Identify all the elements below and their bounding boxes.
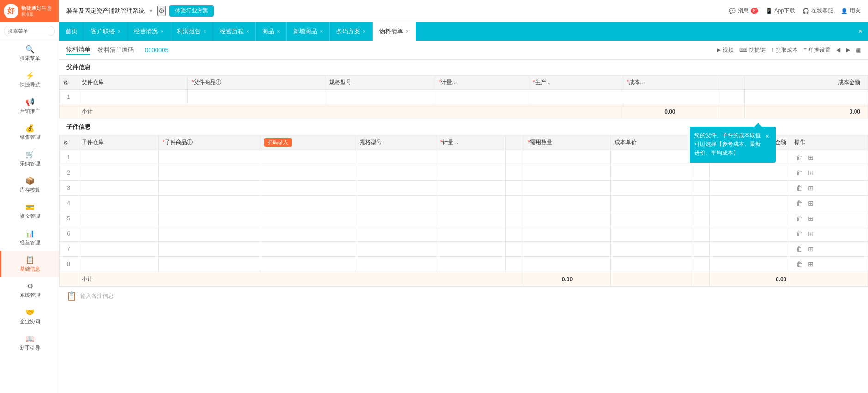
close-icon[interactable]: × bbox=[320, 29, 323, 34]
child-row-5-copy-btn[interactable]: ⊞ bbox=[806, 214, 815, 223]
child-row-8-copy-btn[interactable]: ⊞ bbox=[806, 260, 815, 269]
tab-home[interactable]: 首页 bbox=[59, 22, 84, 41]
child-row-6-unit-cost[interactable] bbox=[610, 226, 691, 242]
child-row-7-spec[interactable] bbox=[356, 242, 436, 257]
child-row-1-delete-btn[interactable]: 🗑 bbox=[794, 153, 804, 162]
child-row-2-delete-btn[interactable]: 🗑 bbox=[794, 168, 804, 177]
child-row-5-spec[interactable] bbox=[356, 211, 436, 226]
child-row-7-qty[interactable] bbox=[524, 242, 610, 257]
child-row-2-copy-btn[interactable]: ⊞ bbox=[806, 168, 815, 177]
child-row-6-goods[interactable] bbox=[158, 226, 260, 242]
search-input[interactable] bbox=[4, 26, 55, 36]
child-row-5-qty[interactable] bbox=[524, 211, 610, 226]
child-row-1-warehouse[interactable] bbox=[78, 150, 159, 165]
parent-row-1-warehouse[interactable] bbox=[78, 90, 188, 104]
sidebar-item-sales[interactable]: 💰销售管理 bbox=[0, 119, 59, 145]
nav-left-btn[interactable]: ◀ bbox=[836, 47, 840, 53]
tab-customer[interactable]: 客户联络× bbox=[84, 22, 127, 41]
sub-tab-code[interactable]: 物料清单编码 bbox=[98, 45, 134, 55]
tab-profit[interactable]: 利润报告× bbox=[170, 22, 213, 41]
child-row-8-warehouse[interactable] bbox=[78, 257, 159, 272]
sidebar-item-basic[interactable]: 📋基础信息 bbox=[0, 251, 59, 277]
close-icon[interactable]: × bbox=[247, 29, 249, 34]
child-row-6-spec[interactable] bbox=[356, 226, 436, 242]
close-all-tabs-btn[interactable]: × bbox=[853, 27, 868, 36]
sidebar-item-search[interactable]: 🔍搜索菜单 bbox=[0, 40, 59, 67]
child-row-4-spec[interactable] bbox=[356, 196, 436, 211]
child-row-4-qty[interactable] bbox=[524, 196, 610, 211]
child-row-2-unit[interactable] bbox=[436, 165, 506, 181]
sidebar-item-inventory[interactable]: 📦库存核算 bbox=[0, 172, 59, 198]
child-row-4-copy-btn[interactable]: ⊞ bbox=[806, 199, 815, 208]
parent-row-1-cost[interactable] bbox=[623, 90, 717, 104]
parent-row-1-production[interactable] bbox=[529, 90, 623, 104]
sidebar-item-cooperation[interactable]: 🤝企业协同 bbox=[0, 303, 59, 330]
child-row-4-unit-cost[interactable] bbox=[610, 196, 691, 211]
tab-history[interactable]: 经营历程× bbox=[213, 22, 256, 41]
search-area[interactable] bbox=[0, 22, 59, 40]
child-row-5-warehouse[interactable] bbox=[78, 211, 159, 226]
child-row-1-spec[interactable] bbox=[356, 150, 436, 165]
child-row-2-spec[interactable] bbox=[356, 165, 436, 181]
sidebar-item-purchase[interactable]: 🛒采购管理 bbox=[0, 145, 59, 172]
cost-btn[interactable]: ↑ 提取成本 bbox=[771, 46, 798, 54]
close-icon[interactable]: × bbox=[363, 29, 366, 34]
gear-button[interactable]: ⚙ bbox=[157, 6, 166, 16]
sidebar-item-quick[interactable]: ⚡快捷导航 bbox=[0, 67, 59, 93]
child-row-7-warehouse[interactable] bbox=[78, 242, 159, 257]
child-row-6-delete-btn[interactable]: 🗑 bbox=[794, 229, 804, 238]
child-row-7-copy-btn[interactable]: ⊞ bbox=[806, 244, 815, 254]
shortcut-btn[interactable]: ⌨ 快捷键 bbox=[739, 46, 766, 54]
child-row-3-unit[interactable] bbox=[436, 181, 506, 196]
child-row-3-warehouse[interactable] bbox=[78, 181, 159, 196]
parent-row-1-unit[interactable] bbox=[435, 90, 529, 104]
child-row-1-qty[interactable] bbox=[524, 150, 610, 165]
child-row-5-goods[interactable] bbox=[158, 211, 260, 226]
sidebar-item-marketing[interactable]: 📢营销推广 bbox=[0, 93, 59, 119]
trial-button[interactable]: 体验行业方案 bbox=[169, 5, 214, 17]
child-row-2-goods[interactable] bbox=[158, 165, 260, 181]
app-download-btn[interactable]: 📱 App下载 bbox=[766, 7, 795, 15]
child-row-3-qty[interactable] bbox=[524, 181, 610, 196]
child-row-7-unit-cost[interactable] bbox=[610, 242, 691, 257]
child-row-6-copy-btn[interactable]: ⊞ bbox=[806, 229, 815, 238]
child-row-8-unit[interactable] bbox=[436, 257, 506, 272]
online-service-btn[interactable]: 🎧 在线客服 bbox=[802, 7, 833, 15]
parent-row-1-goods[interactable] bbox=[187, 90, 325, 104]
tab-bom[interactable]: 物料清单× bbox=[373, 22, 416, 41]
child-row-3-goods[interactable] bbox=[158, 181, 260, 196]
child-row-5-unit[interactable] bbox=[436, 211, 506, 226]
child-row-2-qty[interactable] bbox=[524, 165, 610, 181]
child-row-7-goods[interactable] bbox=[158, 242, 260, 257]
tab-barcode[interactable]: 条码方案× bbox=[330, 22, 373, 41]
sidebar-item-system[interactable]: ⚙系统管理 bbox=[0, 277, 59, 303]
sub-tab-bom[interactable]: 物料清单 bbox=[66, 44, 90, 55]
parent-col-settings[interactable]: ⚙ bbox=[60, 76, 78, 90]
child-col-scan[interactable]: 扫码录入 bbox=[260, 135, 356, 150]
sidebar-item-operation[interactable]: 📊经营管理 bbox=[0, 224, 59, 251]
child-row-4-unit[interactable] bbox=[436, 196, 506, 211]
child-row-5-delete-btn[interactable]: 🗑 bbox=[794, 214, 804, 223]
child-row-4-goods[interactable] bbox=[158, 196, 260, 211]
child-row-1-copy-btn[interactable]: ⊞ bbox=[806, 153, 815, 162]
scan-btn[interactable]: 扫码录入 bbox=[264, 138, 292, 147]
child-row-7-unit[interactable] bbox=[436, 242, 506, 257]
child-row-1-goods[interactable] bbox=[158, 150, 260, 165]
tab-goods[interactable]: 商品× bbox=[256, 22, 287, 41]
child-row-7-delete-btn[interactable]: 🗑 bbox=[794, 244, 804, 254]
child-row-6-unit[interactable] bbox=[436, 226, 506, 242]
child-row-8-unit-cost[interactable] bbox=[610, 257, 691, 272]
close-icon[interactable]: × bbox=[161, 29, 163, 34]
sidebar-item-guide[interactable]: 📖新手引导 bbox=[0, 330, 59, 356]
close-icon[interactable]: × bbox=[277, 29, 280, 34]
child-row-3-spec[interactable] bbox=[356, 181, 436, 196]
view-btn[interactable]: ▶ 视频 bbox=[717, 46, 734, 54]
child-row-2-warehouse[interactable] bbox=[78, 165, 159, 181]
tab-add-goods[interactable]: 新增商品× bbox=[287, 22, 330, 41]
child-row-6-qty[interactable] bbox=[524, 226, 610, 242]
child-row-1-unit-cost[interactable] bbox=[610, 150, 691, 165]
child-row-3-copy-btn[interactable]: ⊞ bbox=[806, 183, 815, 193]
sidebar-item-finance[interactable]: 💳资金管理 bbox=[0, 198, 59, 224]
child-row-1-unit[interactable] bbox=[436, 150, 506, 165]
child-row-4-warehouse[interactable] bbox=[78, 196, 159, 211]
